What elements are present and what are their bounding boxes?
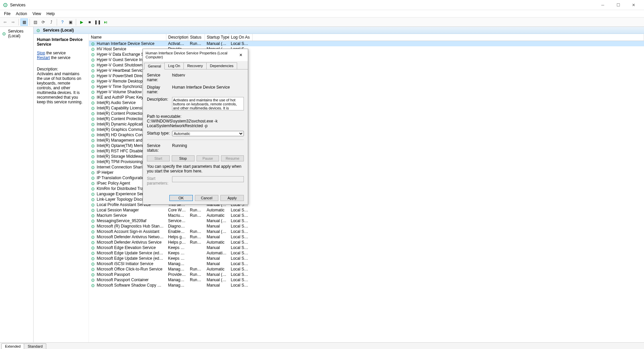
table-row[interactable]: Microsoft Office Click-to-Run ServiceMan… (89, 266, 644, 272)
dialog-titlebar[interactable]: Human Interface Device Service Propertie… (143, 49, 248, 61)
col-description[interactable]: Description (166, 34, 188, 41)
table-row[interactable]: Microsoft Software Shadow Copy ProviderM… (89, 283, 644, 288)
gear-icon (91, 186, 96, 191)
gear-icon (91, 283, 96, 288)
minimize-button[interactable]: ─ (595, 0, 610, 10)
close-button[interactable]: ✕ (626, 0, 641, 10)
resume-button: Resume (221, 155, 244, 161)
table-row[interactable]: Microsoft Passport ContainerManages lo..… (89, 277, 644, 283)
table-row[interactable]: Microsoft Defender Antivirus Network Ins… (89, 234, 644, 240)
tab-dependencies[interactable]: Dependencies (206, 62, 237, 69)
col-startup[interactable]: Startup Type (205, 34, 229, 41)
info-pane: Human Interface Device Service Stop the … (34, 34, 89, 342)
export-button[interactable]: ⤴ (48, 18, 55, 26)
col-name[interactable]: Name (89, 34, 166, 41)
gear-icon (91, 235, 96, 239)
tab-standard[interactable]: Standard (24, 343, 46, 349)
menu-file[interactable]: File (1, 11, 13, 17)
menu-action[interactable]: Action (13, 11, 30, 17)
gear-icon (91, 106, 96, 110)
gear-icon (91, 111, 96, 116)
description-text: Activates and maintains the use of hot b… (37, 71, 85, 104)
table-row[interactable]: Macrium ServiceMacrium Se...RunningAutom… (89, 213, 644, 218)
table-row[interactable]: Microsoft Defender Antivirus ServiceHelp… (89, 240, 644, 245)
table-row[interactable]: Microsoft PassportProvides pr...RunningM… (89, 272, 644, 277)
tab-general[interactable]: General (144, 63, 165, 69)
start-params-input (172, 176, 244, 182)
svg-point-89 (93, 264, 93, 264)
action-button[interactable]: ▣ (67, 18, 74, 26)
pause-button: Pause (197, 155, 219, 161)
forward-button[interactable]: ➡ (9, 18, 17, 26)
svg-point-83 (93, 248, 93, 248)
svg-point-91 (93, 269, 93, 270)
dialog-close-button[interactable]: ✕ (237, 52, 245, 58)
cancel-button[interactable]: Cancel (195, 195, 218, 201)
start-service-button[interactable]: ▶ (78, 18, 85, 26)
tab-recovery[interactable]: Recovery (183, 62, 206, 69)
restart-link[interactable]: Restart (37, 55, 50, 60)
table-row[interactable]: Microsoft iSCSI Initiator ServiceManages… (89, 261, 644, 266)
refresh-button[interactable]: ⟳ (40, 18, 47, 26)
gear-icon (91, 95, 96, 100)
svg-point-77 (93, 232, 93, 232)
description-textarea[interactable]: Activates and maintains the use of hot b… (172, 97, 244, 110)
svg-point-57 (93, 178, 93, 179)
restart-service-button[interactable]: ⏯ (102, 18, 109, 26)
view-tabs: Extended Standard (0, 342, 644, 349)
ok-button[interactable]: OK (169, 195, 193, 201)
gear-icon (91, 100, 96, 105)
gear-icon (36, 28, 41, 33)
svg-point-69 (93, 210, 93, 211)
back-button[interactable]: ⬅ (1, 18, 9, 26)
table-row[interactable]: Local Session ManagerCore Windo...Runnin… (89, 207, 644, 213)
gear-icon (91, 165, 96, 169)
gear-icon (91, 176, 96, 180)
gear-icon (91, 57, 96, 62)
tab-extended[interactable]: Extended (1, 343, 24, 349)
tab-logon[interactable]: Log On (164, 62, 184, 69)
table-row[interactable]: Human Interface Device ServiceActivates … (89, 41, 644, 47)
gear-icon (91, 229, 96, 234)
menu-view[interactable]: View (30, 11, 44, 17)
startup-type-select[interactable]: Automatic (172, 131, 244, 136)
svg-point-61 (93, 189, 93, 189)
dialog-tabs: General Log On Recovery Dependencies (143, 61, 248, 69)
col-logon[interactable]: Log On As (229, 34, 252, 41)
start-button: Start (147, 155, 170, 161)
gear-icon (91, 154, 96, 159)
stop-link[interactable]: Stop (37, 51, 45, 55)
table-row[interactable]: Microsoft (R) Diagnostics Hub Standard C… (89, 223, 644, 229)
show-hide-tree-button[interactable]: ▦ (20, 18, 28, 26)
properties-button[interactable]: ▤ (32, 18, 39, 26)
svg-point-73 (93, 221, 93, 221)
table-row[interactable]: MessagingService_95209afService sup...Ma… (89, 218, 644, 223)
help-button[interactable]: ? (59, 18, 66, 26)
svg-point-79 (93, 237, 93, 238)
table-row[interactable]: Microsoft Edge Elevation ServiceKeeps Mi… (89, 245, 644, 250)
svg-point-63 (93, 194, 93, 195)
tree-services-local[interactable]: Services (Local) (1, 28, 33, 39)
stop-service-button[interactable]: ■ (86, 18, 93, 26)
apply-button[interactable]: Apply (220, 195, 244, 201)
gear-icon (91, 73, 96, 78)
svg-point-29 (93, 103, 93, 103)
gear-icon (91, 267, 96, 271)
gear-icon (91, 47, 96, 51)
pause-service-button[interactable]: ❚❚ (94, 18, 101, 26)
col-status[interactable]: Status (188, 34, 205, 41)
gear-icon (91, 245, 96, 250)
nav-tree: Services (Local) (0, 27, 34, 342)
dialog-title: Human Interface Device Service Propertie… (146, 51, 237, 59)
svg-point-25 (93, 92, 93, 93)
svg-point-21 (93, 81, 93, 82)
stop-button[interactable]: Stop (172, 155, 195, 161)
table-row[interactable]: Microsoft Account Sign-in AssistantEnabl… (89, 229, 644, 234)
table-row[interactable]: Microsoft Edge Update Service (edgeupdat… (89, 256, 644, 261)
menu-help[interactable]: Help (44, 11, 58, 17)
table-row[interactable]: Microsoft Edge Update Service (edgeupdat… (89, 250, 644, 256)
svg-point-31 (93, 108, 93, 109)
titlebar: Services ─ ☐ ✕ (0, 0, 644, 10)
gear-icon (91, 197, 96, 202)
maximize-button[interactable]: ☐ (610, 0, 626, 10)
